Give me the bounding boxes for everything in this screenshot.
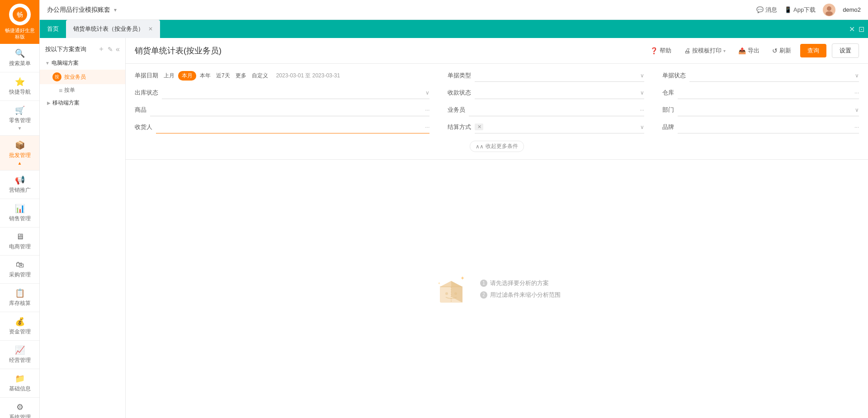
left-panel-title: 按以下方案查询 — [45, 45, 86, 53]
sidebar-item-ecommerce[interactable]: 🖥 电商管理 — [0, 228, 39, 256]
date-tab-more[interactable]: 更多 — [234, 71, 248, 81]
sidebar-item-purchase[interactable]: 🛍 采购管理 — [0, 256, 39, 284]
doc-type-label: 单据类型 — [448, 71, 471, 80]
doc-type-chevron: ∨ — [640, 72, 644, 79]
add-plan-btn[interactable]: ＋ — [98, 44, 105, 54]
mobile-group-header[interactable]: ▶ 移动端方案 — [40, 96, 125, 109]
filter-row-1: 单据日期 上月 本月 本年 近7天 更多 自定义 2023-03-01 至 20… — [135, 69, 859, 82]
user-name[interactable]: demo2 — [843, 6, 861, 13]
sidebar-item-finance[interactable]: 💰 资金管理 — [0, 312, 39, 341]
sidebar-item-quicknav[interactable]: ⭐ 快捷导航 — [0, 72, 39, 101]
sidebar-item-wholesale[interactable]: 📦 批发管理 ▲ — [0, 136, 39, 171]
mobile-plan-group: ▶ 移动端方案 — [40, 96, 125, 109]
collapse-label: 收起更多条件 — [486, 142, 518, 150]
warehouse-control[interactable]: ··· — [678, 86, 859, 99]
settings-btn[interactable]: 设置 — [832, 43, 859, 58]
filter-out-status: 出库状态 ∨ — [135, 86, 429, 99]
mobile-group-label: 移动端方案 — [52, 99, 80, 107]
sidebar-item-search[interactable]: 🔍 搜索菜单 — [0, 44, 39, 72]
salesperson-control[interactable]: ··· — [469, 104, 644, 116]
mobile-group-arrow: ▶ — [47, 100, 51, 105]
date-tab-7days[interactable]: 近7天 — [214, 71, 232, 81]
sales-stat-tab-label: 销货单统计表（按业务员） — [73, 25, 144, 33]
tab-close-all-btn[interactable]: ✕ — [849, 25, 855, 33]
sidebar-logo: 畅 畅捷通好生意 标版 — [0, 0, 39, 44]
date-tab-custom[interactable]: 自定义 — [250, 71, 270, 81]
filter-salesperson: 业务员 ··· — [448, 104, 644, 116]
sidebar-item-retail[interactable]: 🛒 零售管理 ▼ — [0, 101, 39, 136]
tab-bar-actions: ✕ ⊡ — [849, 25, 868, 33]
export-btn[interactable]: 📤 导出 — [735, 45, 763, 57]
sidebar-item-basic[interactable]: 📁 基础信息 — [0, 369, 39, 398]
sidebar-marketing-label: 营销推广 — [9, 186, 31, 194]
date-tab-last-month[interactable]: 上月 — [162, 71, 176, 81]
filter-row-4: 收货人 ··· 结算方式 ✕ — [135, 121, 859, 133]
goods-control[interactable]: ··· — [150, 104, 429, 116]
logo-text: 畅捷通好生意 标版 — [5, 27, 35, 40]
date-tab-this-year[interactable]: 本年 — [198, 71, 212, 81]
empty-tip-1: 1 请先选择要分析的方案 — [480, 279, 561, 287]
sidebar-item-inventory[interactable]: 📋 库存核算 — [0, 284, 39, 312]
date-filter-control: 上月 本月 本年 近7天 更多 自定义 2023-03-01 至 2023-03… — [162, 71, 429, 81]
date-tab-this-month[interactable]: 本月 — [178, 71, 196, 81]
doc-status-control[interactable]: ∨ — [689, 69, 859, 82]
pc-group-header[interactable]: ▼ 电脑端方案 — [40, 57, 125, 70]
tab-home[interactable]: 首页 — [40, 20, 66, 38]
quicknav-icon: ⭐ — [15, 77, 25, 87]
print-icon: 🖨 — [684, 47, 690, 54]
collapse-panel-btn[interactable]: « — [116, 45, 120, 53]
tab-close-btn[interactable]: ✕ — [148, 26, 153, 32]
tab-sales-stat[interactable]: 销货单统计表（按业务员） ✕ — [66, 20, 160, 38]
sidebar-item-sales[interactable]: 📊 销售管理 — [0, 199, 39, 228]
department-control[interactable]: ∨ — [678, 104, 859, 116]
sidebar-operation-label: 经营管理 — [9, 356, 31, 364]
message-button[interactable]: 💬 消息 — [756, 6, 777, 14]
refresh-btn[interactable]: ↺ 刷新 — [769, 45, 795, 57]
warehouse-label: 仓库 — [662, 89, 674, 97]
top-header: 办公用品行业模拟账套 ▾ 💬 消息 📱 App下载 demo2 — [40, 0, 868, 20]
consignee-control[interactable]: ··· — [156, 121, 429, 133]
edit-plan-btn[interactable]: ✎ — [108, 46, 113, 53]
query-btn[interactable]: 查询 — [800, 44, 826, 57]
page-actions: ❓ 帮助 🖨 按模板打印 ▾ 📤 导出 ↺ — [646, 43, 859, 58]
goods-more: ··· — [425, 107, 429, 113]
sidebar-wholesale-label: 批发管理 — [9, 152, 31, 159]
sidebar-ecommerce-label: 电商管理 — [9, 243, 31, 251]
wholesale-arrow: ▲ — [18, 161, 22, 166]
collapse-btn[interactable]: ∧∧ 收起更多条件 — [470, 141, 524, 152]
payment-status-control[interactable]: ∨ — [475, 86, 644, 99]
filter-date: 单据日期 上月 本月 本年 近7天 更多 自定义 2023-03-01 至 20… — [135, 71, 429, 81]
page-header-top: 销货单统计表(按业务员) ❓ 帮助 🖨 按模板打印 ▾ 📤 — [135, 43, 859, 58]
filter-warehouse: 仓库 ··· — [662, 86, 859, 99]
plan-sub-item-by-order[interactable]: ≡ 按单 — [40, 84, 125, 96]
empty-image: ✦ ✦ — [433, 271, 469, 307]
tip-text-1: 请先选择要分析的方案 — [490, 279, 549, 287]
brand-control[interactable]: ··· — [678, 121, 859, 133]
sidebar-item-system[interactable]: ⚙ 系统管理 — [0, 398, 39, 418]
settlement-tag: ✕ — [475, 124, 483, 130]
header-dropdown-btn[interactable]: ▾ — [114, 7, 117, 13]
avatar — [823, 4, 835, 16]
marketing-icon: 📢 — [15, 175, 25, 185]
settlement-tag-close-btn[interactable]: ✕ — [477, 124, 481, 130]
settlement-control[interactable]: ✕ ∨ — [475, 121, 644, 133]
sidebar-quicknav-label: 快捷导航 — [9, 88, 31, 96]
filter-consignee: 收货人 ··· — [135, 121, 429, 133]
app-download-label: App下载 — [793, 6, 816, 14]
operation-icon: 📈 — [15, 345, 25, 355]
page-header: 销货单统计表(按业务员) ❓ 帮助 🖨 按模板打印 ▾ 📤 — [126, 38, 868, 64]
svg-text:畅: 畅 — [17, 11, 23, 18]
sidebar-item-operation[interactable]: 📈 经营管理 — [0, 341, 39, 369]
help-btn[interactable]: ❓ 帮助 — [646, 45, 675, 57]
sidebar-item-marketing[interactable]: 📢 营销推广 — [0, 171, 39, 199]
svg-point-12 — [445, 292, 448, 295]
template-print-btn[interactable]: 🖨 按模板打印 ▾ — [680, 45, 729, 57]
app-download-button[interactable]: 📱 App下载 — [784, 6, 816, 14]
tab-restore-btn[interactable]: ⊡ — [859, 25, 864, 33]
out-status-control[interactable]: ∨ — [162, 86, 429, 99]
filter-payment-status: 收款状态 ∨ — [448, 86, 644, 99]
system-icon: ⚙ — [16, 402, 24, 412]
plan-item-salesperson[interactable]: 按 按业务员 — [40, 70, 125, 84]
tip-num-1: 1 — [480, 280, 487, 287]
doc-type-control[interactable]: ∨ — [475, 69, 644, 82]
